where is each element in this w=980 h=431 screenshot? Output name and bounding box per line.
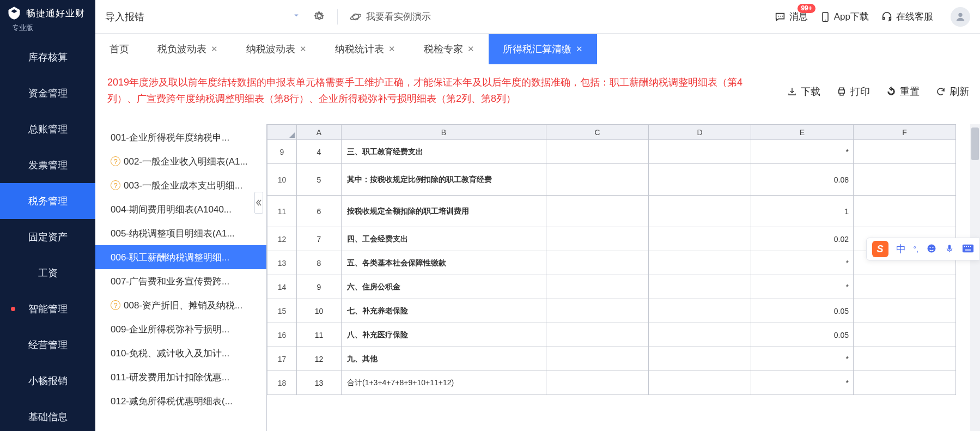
- cell[interactable]: 17: [267, 347, 297, 371]
- cell[interactable]: [649, 323, 751, 347]
- col-header-E[interactable]: E: [751, 125, 854, 140]
- collapse-tree-button[interactable]: [254, 192, 263, 214]
- cell[interactable]: 6: [297, 196, 342, 227]
- cell[interactable]: [854, 371, 956, 395]
- cell[interactable]: [546, 251, 649, 275]
- cell[interactable]: [546, 275, 649, 299]
- cell[interactable]: [546, 196, 649, 227]
- tree-item-3[interactable]: 004-期间费用明细表(A1040...: [95, 197, 266, 221]
- cell[interactable]: 9: [297, 275, 342, 299]
- cell[interactable]: [649, 140, 751, 164]
- cell[interactable]: 11: [267, 196, 297, 227]
- cell[interactable]: 13: [297, 371, 342, 395]
- cell[interactable]: [649, 196, 751, 227]
- cell[interactable]: [546, 227, 649, 251]
- cell[interactable]: 16: [267, 323, 297, 347]
- cell[interactable]: 八、补充医疗保险: [342, 323, 546, 347]
- cell[interactable]: [546, 164, 649, 196]
- cell[interactable]: 九、其他: [342, 347, 546, 371]
- close-icon[interactable]: ✕: [388, 44, 395, 54]
- cell[interactable]: 15: [267, 299, 297, 323]
- cell[interactable]: 其中：按税收规定比例扣除的职工教育经费: [342, 164, 546, 196]
- close-icon[interactable]: ✕: [300, 44, 307, 54]
- cell[interactable]: [854, 275, 956, 299]
- sidebar-item-2[interactable]: 总账管理: [0, 111, 95, 147]
- cell[interactable]: 9: [267, 140, 297, 164]
- tree-item-10[interactable]: 011-研发费用加计扣除优惠...: [95, 365, 266, 389]
- tab-3[interactable]: 纳税统计表✕: [321, 34, 410, 64]
- sidebar-item-5[interactable]: 固定资产: [0, 219, 95, 255]
- ime-punct-icon[interactable]: °,: [914, 245, 919, 253]
- support-button[interactable]: 在线客服: [881, 10, 933, 23]
- tree-item-4[interactable]: 005-纳税调整项目明细表(A1...: [95, 221, 266, 245]
- tab-5[interactable]: 所得税汇算清缴✕: [489, 34, 597, 64]
- app-download-button[interactable]: App下载: [820, 10, 869, 23]
- cell[interactable]: 按税收规定全额扣除的职工培训费用: [342, 196, 546, 227]
- cell[interactable]: 1: [751, 196, 854, 227]
- page-vertical-scrollbar[interactable]: [970, 124, 980, 431]
- cell[interactable]: 0.08: [751, 164, 854, 196]
- cell[interactable]: 7: [297, 227, 342, 251]
- cell[interactable]: [854, 140, 956, 164]
- tree-item-2[interactable]: ?003-一般企业成本支出明细...: [95, 173, 266, 197]
- sidebar-item-10[interactable]: 基础信息: [0, 399, 95, 431]
- tree-item-7[interactable]: ?008-资产折旧、摊销及纳税...: [95, 293, 266, 317]
- cell[interactable]: *: [751, 140, 854, 164]
- cell[interactable]: [854, 164, 956, 196]
- cell[interactable]: [649, 164, 751, 196]
- sidebar-item-0[interactable]: 库存核算: [0, 39, 95, 75]
- cell[interactable]: 12: [297, 347, 342, 371]
- col-header-D[interactable]: D: [649, 125, 751, 140]
- cell[interactable]: [546, 371, 649, 395]
- col-header-B[interactable]: B: [342, 125, 546, 140]
- tab-4[interactable]: 税检专家✕: [410, 34, 489, 64]
- col-header-A[interactable]: A: [297, 125, 342, 140]
- cell[interactable]: 10: [297, 299, 342, 323]
- download-button[interactable]: 下载: [787, 85, 820, 98]
- close-icon[interactable]: ✕: [467, 44, 474, 54]
- cell[interactable]: 三、职工教育经费支出: [342, 140, 546, 164]
- gear-icon[interactable]: [313, 10, 325, 23]
- cell[interactable]: [546, 299, 649, 323]
- tree-item-6[interactable]: 007-广告费和业务宣传费跨...: [95, 269, 266, 293]
- tab-0[interactable]: 首页: [95, 34, 143, 64]
- cell[interactable]: 五、各类基本社会保障性缴款: [342, 251, 546, 275]
- sidebar-item-9[interactable]: 小畅报销: [0, 363, 95, 399]
- cell[interactable]: [546, 347, 649, 371]
- cell[interactable]: 8: [297, 251, 342, 275]
- cell[interactable]: 4: [297, 140, 342, 164]
- sidebar-item-8[interactable]: 经营管理: [0, 327, 95, 363]
- cell[interactable]: [649, 275, 751, 299]
- cell[interactable]: 18: [267, 371, 297, 395]
- refresh-button[interactable]: 刷新: [936, 85, 969, 98]
- spreadsheet[interactable]: ABCDEF 94三、职工教育经费支出*105其中：按税收规定比例扣除的职工教育…: [267, 124, 980, 431]
- cell[interactable]: [854, 196, 956, 227]
- cell[interactable]: [649, 371, 751, 395]
- cell[interactable]: 合计(1+3+4+7+8+9+10+11+12): [342, 371, 546, 395]
- tree-item-9[interactable]: 010-免税、减计收入及加计...: [95, 341, 266, 365]
- cell[interactable]: *: [751, 251, 854, 275]
- cell[interactable]: 14: [267, 275, 297, 299]
- message-button[interactable]: 消息 99+: [774, 10, 808, 23]
- cell[interactable]: 0.05: [751, 323, 854, 347]
- cell[interactable]: 11: [297, 323, 342, 347]
- col-header-C[interactable]: C: [546, 125, 649, 140]
- cell[interactable]: *: [751, 275, 854, 299]
- close-icon[interactable]: ✕: [576, 44, 583, 54]
- ime-keyboard-icon[interactable]: [962, 244, 974, 255]
- cell[interactable]: 七、补充养老保险: [342, 299, 546, 323]
- sidebar-item-7[interactable]: 智能管理: [0, 291, 95, 327]
- sidebar-item-6[interactable]: 工资: [0, 255, 95, 291]
- cell[interactable]: [649, 347, 751, 371]
- avatar[interactable]: [951, 7, 970, 27]
- cell[interactable]: 四、工会经费支出: [342, 227, 546, 251]
- tab-1[interactable]: 税负波动表✕: [143, 34, 232, 64]
- cell[interactable]: 10: [267, 164, 297, 196]
- ime-toolbar[interactable]: S 中 °,: [866, 238, 981, 260]
- cell[interactable]: [546, 323, 649, 347]
- demo-link[interactable]: 我要看实例演示: [350, 10, 431, 23]
- cell[interactable]: 5: [297, 164, 342, 196]
- import-error-dropdown[interactable]: 导入报错: [105, 10, 301, 23]
- tree-item-11[interactable]: 012-减免所得税优惠明细表(...: [95, 389, 266, 413]
- cell[interactable]: 12: [267, 227, 297, 251]
